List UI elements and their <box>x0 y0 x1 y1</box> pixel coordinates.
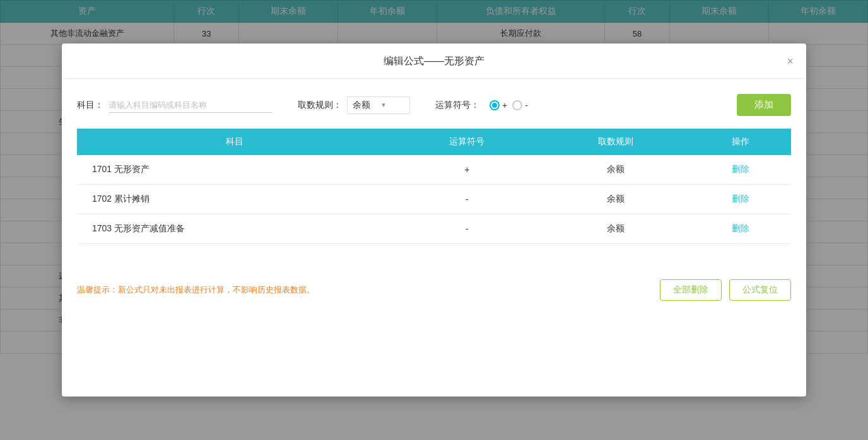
formula-operator: + <box>393 155 541 185</box>
close-button[interactable]: × <box>787 55 794 67</box>
formula-table: 科目 运算符号 取数规则 操作 1701 无形资产+余额删除1702 累计摊销-… <box>77 129 791 244</box>
subject-input[interactable] <box>108 98 273 113</box>
formula-rule: 余额 <box>541 214 689 244</box>
formula-row: 1701 无形资产+余额删除 <box>77 155 791 185</box>
formula-subject: 1702 累计摊销 <box>77 185 393 214</box>
add-button[interactable]: 添加 <box>737 94 791 116</box>
footer-buttons: 全部删除 公式复位 <box>660 279 791 301</box>
formula-row: 1702 累计摊销-余额删除 <box>77 185 791 214</box>
delete-all-button[interactable]: 全部删除 <box>660 279 722 301</box>
modal-title: 编辑公式——无形资产 <box>384 55 484 68</box>
delete-link[interactable]: 删除 <box>732 194 749 204</box>
modal-body: 科目： 取数规则： 余额 ▼ 运算符号： + <box>62 79 806 269</box>
col-operator: 运算符号 <box>393 129 541 155</box>
delete-link[interactable]: 删除 <box>732 223 749 233</box>
formula-action: 删除 <box>689 185 791 214</box>
formula-rule: 余额 <box>541 155 689 185</box>
radio-plus-label: + <box>502 100 507 110</box>
formula-operator: - <box>393 185 541 214</box>
formula-operator: - <box>393 214 541 244</box>
rule-label: 取数规则： <box>298 100 342 111</box>
formula-subject: 1701 无形资产 <box>77 155 393 185</box>
form-row: 科目： 取数规则： 余额 ▼ 运算符号： + <box>77 94 791 116</box>
rule-section: 取数规则： 余额 ▼ <box>298 96 410 114</box>
formula-subject: 1703 无形资产减值准备 <box>77 214 393 244</box>
col-action: 操作 <box>689 129 791 155</box>
radio-minus[interactable]: - <box>512 100 528 110</box>
operator-label: 运算符号： <box>435 100 479 111</box>
modal-header: 编辑公式——无形资产 × <box>62 43 806 79</box>
formula-action: 删除 <box>689 214 791 244</box>
modal-footer: 温馨提示：新公式只对未出报表进行计算，不影响历史报表数据。 全部删除 公式复位 <box>62 269 806 313</box>
rule-select[interactable]: 余额 ▼ <box>347 96 410 114</box>
chevron-down-icon: ▼ <box>380 101 387 108</box>
modal-overlay: 编辑公式——无形资产 × 科目： 取数规则： 余额 ▼ 运算符号： <box>0 0 868 440</box>
radio-plus-circle[interactable] <box>490 100 500 110</box>
delete-link[interactable]: 删除 <box>732 164 749 174</box>
formula-action: 删除 <box>689 155 791 185</box>
formula-rule: 余额 <box>541 185 689 214</box>
warning-text: 温馨提示：新公式只对未出报表进行计算，不影响历史报表数据。 <box>77 284 315 296</box>
reset-button[interactable]: 公式复位 <box>729 279 791 301</box>
radio-minus-label: - <box>525 100 528 110</box>
modal-dialog: 编辑公式——无形资产 × 科目： 取数规则： 余额 ▼ 运算符号： <box>62 43 806 397</box>
subject-label: 科目： <box>77 100 103 111</box>
formula-row: 1703 无形资产减值准备-余额删除 <box>77 214 791 244</box>
radio-plus[interactable]: + <box>490 100 507 110</box>
col-rule: 取数规则 <box>541 129 689 155</box>
rule-value: 余额 <box>353 100 370 111</box>
col-subject: 科目 <box>77 129 393 155</box>
operator-group: 运算符号： + - <box>435 100 528 111</box>
radio-minus-circle[interactable] <box>512 100 522 110</box>
